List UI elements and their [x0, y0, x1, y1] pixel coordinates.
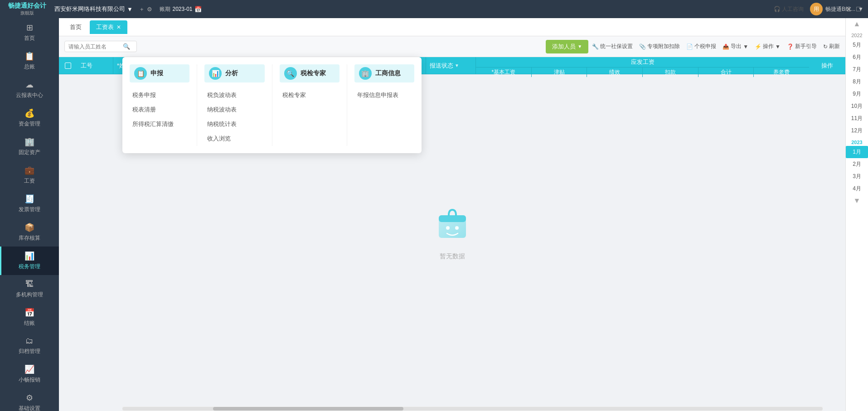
- dropdown-menu: 📋 申报 税务申报 税表清册 所得税汇算清缴 📊 分析 税负波动表 纳税波动表 …: [122, 57, 422, 153]
- app-logo: 畅捷通好会计 旗舰版: [5, 2, 50, 16]
- date-year-curr: 2023: [851, 137, 862, 146]
- sidebar-label-cloud: 云报表中心: [16, 92, 43, 99]
- sidebar-item-inventory[interactable]: 📦 库存核算: [0, 218, 59, 247]
- date-nav-down[interactable]: ▼: [846, 195, 868, 207]
- sidebar-label-report: 小畅报销: [19, 376, 40, 384]
- settings-icon[interactable]: ⚙: [147, 6, 152, 13]
- date-month-7[interactable]: 7月: [846, 63, 868, 76]
- date-month-10[interactable]: 10月: [846, 100, 868, 112]
- calendar-icon[interactable]: 📅: [194, 6, 202, 13]
- date-nav-up[interactable]: ▲: [846, 18, 868, 30]
- assets-icon: 🏢: [24, 137, 34, 147]
- sidebar-item-close[interactable]: 📅 结账: [0, 303, 59, 332]
- date-month-3[interactable]: 3月: [846, 170, 868, 183]
- sidebar-label-fund: 资金管理: [19, 120, 40, 128]
- biz-info-icon: 🏢: [359, 67, 372, 80]
- invoice-icon: 🧾: [24, 194, 34, 204]
- archive-icon: 🗂: [25, 336, 34, 346]
- annual-report-item[interactable]: 年报信息申报表: [354, 88, 414, 102]
- tax-clearance-item[interactable]: 税表清册: [130, 102, 189, 117]
- date-month-4[interactable]: 4月: [846, 183, 868, 195]
- tax-report-item[interactable]: 税务申报: [130, 88, 189, 102]
- tax-check-item[interactable]: 税检专家: [280, 88, 339, 102]
- sidebar-label-salary: 工资: [24, 177, 35, 185]
- tax-payment-item[interactable]: 纳税波动表: [204, 102, 264, 117]
- period-label: 账期: [160, 5, 170, 13]
- close-period-icon: 📅: [24, 308, 34, 318]
- multi-org-icon: 🏗: [25, 280, 34, 289]
- headset-icon: 🎧: [774, 6, 781, 12]
- sidebar-label-ledger: 总账: [24, 63, 35, 71]
- sidebar: ⊞ 首页 📋 总账 ☁ 云报表中心 💰 资金管理 🏢 固定资产 💼 工资 🧾 发…: [0, 18, 59, 411]
- tax-icon: 📊: [24, 251, 34, 261]
- sidebar-label-multi-org: 多机构管理: [16, 291, 43, 299]
- sidebar-item-settings[interactable]: ⚙ 基础设置: [0, 388, 59, 411]
- dropdown-section-biz-info-title: 🏢 工商信息: [354, 64, 414, 82]
- sidebar-label-invoice: 发票管理: [19, 206, 40, 213]
- company-name: 西安虾米网络科技有限公司: [54, 5, 125, 13]
- top-bar: 畅捷通好会计 旗舰版 西安虾米网络科技有限公司 ▼ + ⚙ 账期 2023-01…: [0, 0, 868, 18]
- sidebar-label-tax: 税务管理: [19, 263, 40, 271]
- add-company-icon[interactable]: +: [140, 6, 144, 13]
- sidebar-item-home[interactable]: ⊞ 首页: [0, 18, 59, 47]
- sidebar-item-salary[interactable]: 💼 工资: [0, 161, 59, 189]
- sidebar-label-assets: 固定资产: [19, 149, 40, 156]
- date-month-5[interactable]: 5月: [846, 39, 868, 51]
- dropdown-section-shenbo-title: 📋 申报: [130, 64, 189, 82]
- date-month-6[interactable]: 6月: [846, 51, 868, 63]
- sidebar-label-settings: 基础设置: [19, 405, 40, 411]
- home-icon: ⊞: [26, 23, 33, 33]
- dropdown-section-tax-expert-title: 🔍 税检专家: [280, 64, 339, 82]
- tax-stats-item[interactable]: 纳税统计表: [204, 117, 264, 131]
- date-month-8[interactable]: 8月: [846, 76, 868, 88]
- app-title: 畅捷通好会计: [8, 2, 46, 10]
- inventory-icon: 📦: [24, 222, 34, 232]
- main-layout: ⊞ 首页 📋 总账 ☁ 云报表中心 💰 资金管理 🏢 固定资产 💼 工资 🧾 发…: [0, 18, 868, 411]
- content-area: 首页 工资表 ✕ 🔍 添加人员 ▼ 🔧 统一社保设置: [59, 18, 845, 411]
- dropdown-section-analysis: 📊 分析 税负波动表 纳税波动表 纳税统计表 收入浏览: [197, 64, 272, 146]
- sidebar-item-archive[interactable]: 🗂 归档管理: [0, 332, 59, 360]
- avatar: 用: [810, 3, 823, 15]
- sidebar-label-close: 结账: [24, 319, 35, 327]
- sidebar-item-fund[interactable]: 💰 资金管理: [0, 104, 59, 132]
- analysis-icon: 📊: [209, 67, 222, 80]
- analysis-title-label: 分析: [225, 69, 238, 77]
- date-year-prev: 2022: [851, 30, 862, 39]
- chevron-down-icon: ▼: [127, 6, 133, 13]
- sidebar-label-inventory: 库存核算: [19, 234, 40, 242]
- sidebar-label-home: 首页: [24, 34, 35, 42]
- cloud-icon: ☁: [25, 80, 34, 90]
- date-month-9[interactable]: 9月: [846, 88, 868, 100]
- fund-icon: 💰: [24, 108, 34, 118]
- close-icon[interactable]: ✕: [846, 5, 852, 14]
- dropdown-section-shenbo: 📋 申报 税务申报 税表清册 所得税汇算清缴: [130, 64, 197, 146]
- income-settlement-item[interactable]: 所得税汇算清缴: [130, 117, 189, 131]
- date-month-2[interactable]: 2月: [846, 158, 868, 170]
- biz-info-title-label: 工商信息: [375, 69, 401, 77]
- dropdown-section-analysis-title: 📊 分析: [204, 64, 264, 82]
- dropdown-section-biz-info: 🏢 工商信息 年报信息申报表: [347, 64, 414, 146]
- sidebar-item-report[interactable]: 📈 小畅报销: [0, 360, 59, 388]
- date-month-11[interactable]: 11月: [846, 112, 868, 125]
- sidebar-item-cloud-report[interactable]: ☁ 云报表中心: [0, 75, 59, 104]
- shenbo-icon: 📋: [134, 67, 147, 80]
- ledger-icon: 📋: [24, 51, 34, 61]
- tax-expert-title-label: 税检专家: [301, 69, 326, 77]
- tax-burden-item[interactable]: 税负波动表: [204, 88, 264, 102]
- window-controls: ✕ □: [846, 0, 868, 18]
- sidebar-item-invoice[interactable]: 🧾 发票管理: [0, 189, 59, 218]
- maximize-icon[interactable]: □: [856, 5, 861, 13]
- date-month-12[interactable]: 12月: [846, 125, 868, 137]
- date-panel: ▲ 2022 5月 6月 7月 8月 9月 10月 11月 12月 2023 1…: [845, 18, 868, 411]
- sidebar-item-multi-org[interactable]: 🏗 多机构管理: [0, 275, 59, 303]
- date-month-1[interactable]: 1月: [846, 146, 868, 158]
- sidebar-item-fixed-assets[interactable]: 🏢 固定资产: [0, 132, 59, 161]
- income-browse-item[interactable]: 收入浏览: [204, 131, 264, 146]
- sidebar-label-archive: 归档管理: [19, 348, 40, 355]
- period-value: 2023-01: [172, 6, 192, 12]
- company-selector[interactable]: 西安虾米网络科技有限公司 ▼: [54, 5, 133, 13]
- sidebar-item-ledger[interactable]: 📋 总账: [0, 47, 59, 75]
- customer-service-btn[interactable]: 🎧 人工咨询: [774, 5, 804, 13]
- tax-expert-icon: 🔍: [284, 67, 297, 80]
- sidebar-item-tax[interactable]: 📊 税务管理: [0, 247, 59, 275]
